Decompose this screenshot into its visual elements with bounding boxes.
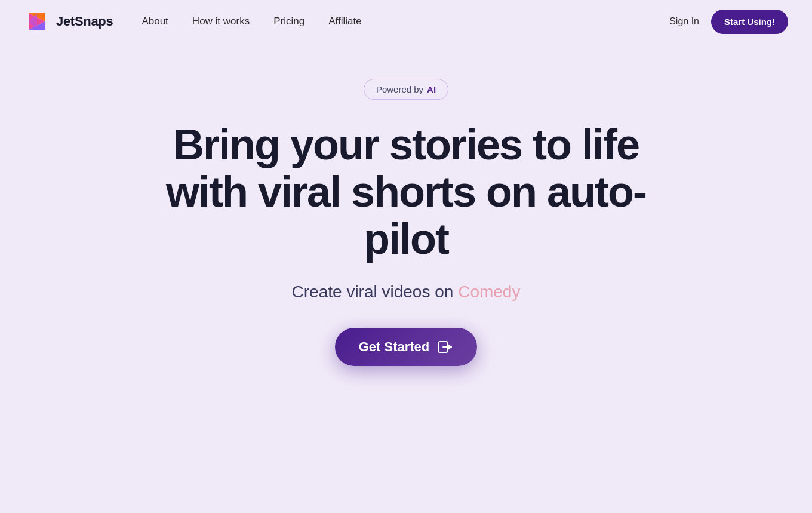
nav-link-about[interactable]: About <box>142 16 168 27</box>
navbar-left: JetSnaps About How it works Pricing Affi… <box>24 8 362 35</box>
subtitle-topic: Comedy <box>458 282 520 301</box>
get-started-label: Get Started <box>359 339 430 355</box>
get-started-button[interactable]: Get Started <box>335 328 478 366</box>
navbar-right: Sign In Start Using! <box>669 10 788 34</box>
hero-section: Powered by AI Bring your stories to life… <box>0 43 812 366</box>
hero-subtitle: Create viral videos on Comedy <box>292 282 521 302</box>
logo-icon <box>24 8 50 35</box>
nav-link-how-it-works[interactable]: How it works <box>192 16 250 27</box>
ai-highlight: AI <box>427 84 436 94</box>
hero-title-line2: with viral shorts on auto-pilot <box>166 168 646 263</box>
subtitle-prefix: Create viral videos on <box>292 282 454 301</box>
nav-link-pricing[interactable]: Pricing <box>273 16 304 27</box>
navbar: JetSnaps About How it works Pricing Affi… <box>0 0 812 43</box>
start-using-button[interactable]: Start Using! <box>711 10 788 34</box>
arrow-icon <box>436 339 453 355</box>
powered-by-text: Powered by <box>376 84 423 94</box>
nav-link-affiliate[interactable]: Affiliate <box>328 16 361 27</box>
powered-by-badge: Powered by AI <box>364 79 448 100</box>
nav-links: About How it works Pricing Affiliate <box>142 16 361 27</box>
sign-in-button[interactable]: Sign In <box>669 16 699 27</box>
logo-text: JetSnaps <box>56 14 113 29</box>
logo[interactable]: JetSnaps <box>24 8 113 35</box>
hero-title: Bring your stories to life with viral sh… <box>137 121 675 263</box>
hero-title-line1: Bring your stories to life <box>173 121 639 168</box>
